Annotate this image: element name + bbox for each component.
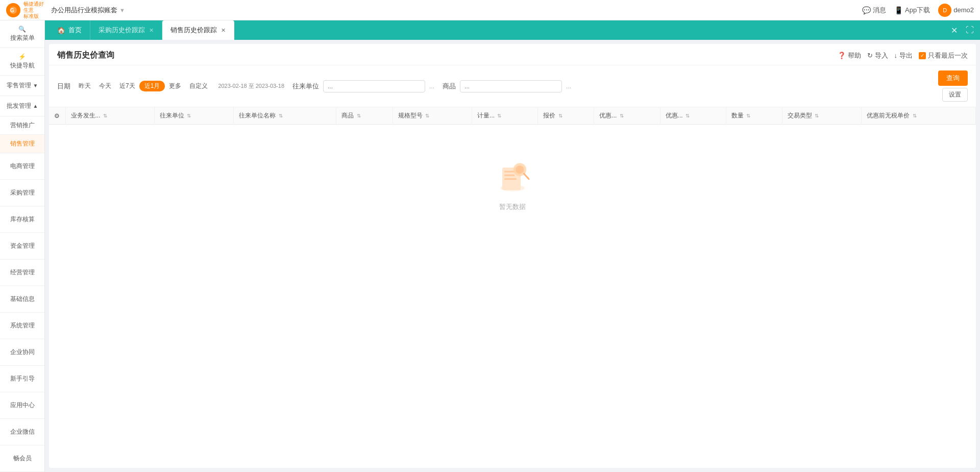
- date-opt-7days[interactable]: 近7天: [115, 81, 139, 91]
- main-layout: 🔍 搜索菜单 ⚡ 快捷导航 零售管理 ▼ 批发管理 ▲ 营销推广 销售管理 电商…: [0, 20, 980, 472]
- export-btn[interactable]: ↓ 导出: [894, 51, 913, 60]
- sidebar-item-marketing[interactable]: 营销推广: [0, 116, 44, 135]
- sidebar-item-quick-nav[interactable]: ⚡ 快捷导航: [0, 48, 44, 76]
- dropdown-icon[interactable]: ▼: [119, 7, 125, 13]
- tab-home[interactable]: 🏠 首页: [49, 20, 90, 40]
- sidebar-item-enterprise[interactable]: 企业协同: [0, 339, 44, 366]
- sidebar-item-inventory[interactable]: 库存核算: [0, 206, 44, 233]
- column-biz-date[interactable]: 业务发生... ⇅: [65, 107, 154, 125]
- goods-filter-group: 商品 ...: [443, 80, 571, 92]
- empty-state: 暂无数据: [49, 125, 976, 242]
- export-icon: ↓: [894, 52, 898, 59]
- sidebar-item-app-center[interactable]: 应用中心: [0, 392, 44, 419]
- date-opt-custom[interactable]: 自定义: [185, 81, 212, 91]
- tab-sales-history[interactable]: 销售历史价跟踪 ✕: [162, 20, 234, 40]
- date-opt-today[interactable]: 今天: [95, 81, 115, 91]
- logo-text: 畅捷通好生意 标准版: [23, 1, 47, 19]
- sort-icon-unit: ⇅: [497, 113, 501, 119]
- column-goods[interactable]: 商品 ⇅: [336, 107, 393, 125]
- page-header-actions: ❓ 帮助 ↻ 导入 ↓ 导出 ✓ 只看最后一次: [838, 51, 968, 60]
- sidebar-item-ecommerce[interactable]: 电商管理: [0, 153, 44, 180]
- sidebar-item-wholesale[interactable]: 批发管理 ▲: [0, 96, 44, 116]
- home-icon: 🏠: [57, 27, 65, 34]
- date-opt-yesterday[interactable]: 昨天: [75, 81, 95, 91]
- top-bar: G 畅捷通好生意 标准版 办公用品行业模拟账套 ▼ 💬 消息 📱 App下载 D…: [0, 0, 980, 20]
- chevron-up-icon: ▲: [33, 103, 38, 109]
- column-partner-name[interactable]: 往来单位名称 ⇅: [234, 107, 336, 125]
- empty-state-text: 暂无数据: [499, 202, 526, 211]
- user-btn[interactable]: D demo2: [938, 4, 974, 17]
- sidebar-item-guide[interactable]: 新手引导: [0, 366, 44, 392]
- goods-input[interactable]: [460, 80, 562, 92]
- gear-icon: ⚙: [54, 112, 60, 120]
- column-quantity[interactable]: 数量 ⇅: [726, 107, 782, 125]
- partner-input[interactable]: [323, 80, 425, 92]
- column-spec[interactable]: 规格型号 ⇅: [393, 107, 472, 125]
- column-pre-tax-price[interactable]: 优惠前无税单价 ⇅: [862, 107, 976, 125]
- message-btn[interactable]: 💬 消息: [862, 6, 886, 15]
- partner-label: 往来单位: [292, 82, 319, 91]
- sidebar: 🔍 搜索菜单 ⚡ 快捷导航 零售管理 ▼ 批发管理 ▲ 营销推广 销售管理 电商…: [0, 20, 45, 472]
- sidebar-item-finance[interactable]: 资金管理: [0, 233, 44, 259]
- partner-filter-group: 往来单位 ...: [292, 80, 434, 92]
- goods-dots[interactable]: ...: [566, 83, 571, 90]
- column-unit[interactable]: 计量... ⇅: [472, 107, 538, 125]
- tab-bar-right: ✕ ⛶: [949, 25, 976, 36]
- table-header-row: ⚙ 业务发生... ⇅ 往来单位 ⇅ 往来单位名称: [49, 107, 976, 125]
- svg-rect-6: [504, 178, 517, 180]
- sidebar-item-member[interactable]: 畅会员: [0, 445, 44, 472]
- date-label: 日期: [57, 82, 70, 91]
- last-only-checkbox[interactable]: ✓ 只看最后一次: [919, 51, 968, 60]
- sort-icon-goods: ⇅: [357, 113, 361, 119]
- date-opt-more[interactable]: 更多: [165, 81, 185, 91]
- svg-line-9: [524, 174, 529, 179]
- column-gear[interactable]: ⚙: [49, 107, 65, 125]
- avatar: D: [938, 4, 951, 17]
- import-icon: ↻: [867, 52, 873, 59]
- settings-button[interactable]: 设置: [942, 88, 968, 102]
- date-range-display: 2023-02-18 至 2023-03-18: [218, 82, 284, 90]
- sort-icon-discount1: ⇅: [620, 113, 624, 119]
- top-bar-title[interactable]: 办公用品行业模拟账套 ▼: [51, 6, 858, 15]
- tab-purchase-history-close[interactable]: ✕: [149, 27, 154, 34]
- help-btn[interactable]: ❓ 帮助: [838, 51, 861, 60]
- top-bar-right: 💬 消息 📱 App下载 D demo2: [862, 4, 974, 17]
- tab-sales-history-close[interactable]: ✕: [221, 27, 226, 34]
- sidebar-item-operation[interactable]: 经营管理: [0, 259, 44, 286]
- tab-close-all-icon[interactable]: ✕: [949, 25, 960, 36]
- column-price[interactable]: 报价 ⇅: [538, 107, 594, 125]
- column-discount1[interactable]: 优惠... ⇅: [594, 107, 660, 125]
- sidebar-item-purchase[interactable]: 采购管理: [0, 180, 44, 206]
- partner-dots[interactable]: ...: [429, 83, 434, 90]
- filter-bar: 日期 昨天 今天 近7天 近1月 更多 自定义 2023-02-18 至 202…: [49, 65, 976, 107]
- sort-icon-partner-code: ⇅: [187, 113, 191, 119]
- page-content: 销售历史价查询 ❓ 帮助 ↻ 导入 ↓ 导出 ✓: [49, 44, 976, 468]
- date-opt-1month[interactable]: 近1月: [139, 81, 165, 91]
- sort-icon-partner-name: ⇅: [279, 113, 283, 119]
- sidebar-item-basic-info[interactable]: 基础信息: [0, 286, 44, 313]
- empty-icon: [492, 155, 533, 196]
- logo-icon: G: [6, 3, 20, 17]
- sort-icon-quantity: ⇅: [746, 113, 750, 119]
- tab-fullscreen-icon[interactable]: ⛶: [964, 25, 976, 36]
- content-area: 🏠 首页 采购历史价跟踪 ✕ 销售历史价跟踪 ✕ ✕ ⛶ 销售历史价查询: [45, 20, 980, 472]
- column-trade-type[interactable]: 交易类型 ⇅: [782, 107, 862, 125]
- tab-purchase-history[interactable]: 采购历史价跟踪 ✕: [90, 20, 162, 40]
- nav-icon: ⚡: [18, 53, 26, 60]
- svg-point-8: [516, 166, 524, 174]
- sidebar-item-retail[interactable]: 零售管理 ▼: [0, 76, 44, 96]
- sidebar-item-sales-mgmt[interactable]: 销售管理: [0, 135, 44, 153]
- column-discount2[interactable]: 优惠... ⇅: [660, 107, 726, 125]
- sidebar-item-search-menu[interactable]: 🔍 搜索菜单: [0, 20, 44, 48]
- account-title: 办公用品行业模拟账套: [51, 6, 117, 15]
- goods-label: 商品: [443, 82, 456, 91]
- sidebar-item-system[interactable]: 系统管理: [0, 313, 44, 339]
- import-btn[interactable]: ↻ 导入: [867, 51, 888, 60]
- column-partner-code[interactable]: 往来单位 ⇅: [154, 107, 234, 125]
- date-filter-group: 日期 昨天 今天 近7天 近1月 更多 自定义 2023-02-18 至 202…: [57, 81, 284, 91]
- query-button[interactable]: 查询: [938, 70, 968, 86]
- app-download-btn[interactable]: 📱 App下载: [894, 6, 930, 15]
- sidebar-item-wechat[interactable]: 企业微信: [0, 419, 44, 445]
- message-icon: 💬: [862, 6, 871, 14]
- chevron-down-icon: ▼: [33, 83, 38, 88]
